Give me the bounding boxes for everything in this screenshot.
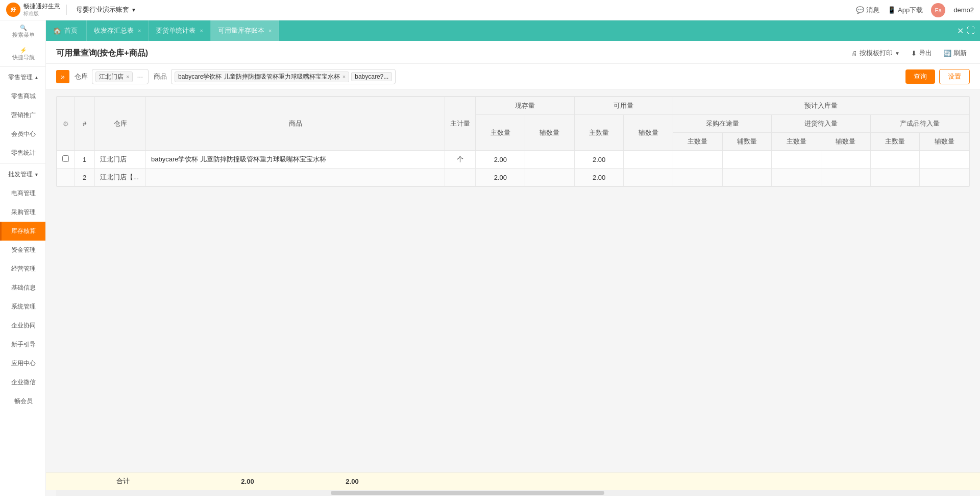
sidebar-item-quick-nav[interactable]: ⚡ 快捷导航 (0, 43, 45, 65)
tab-receipts-label: 收发存汇总表 (94, 26, 134, 35)
th-no: # (75, 97, 95, 151)
sidebar-label-basics: 基础信息 (11, 284, 36, 291)
filter-toggle-button[interactable]: » (56, 70, 69, 83)
table-row: 1 江北门店 babycare学饮杯 儿童防摔防撞吸管杯重力球吸嘴杯宝宝水杯 个… (57, 151, 969, 169)
logo-area: 好 畅捷通好生意 标准版 (6, 3, 60, 17)
sidebar-label-wholesale: 批发管理 (8, 170, 33, 179)
sidebar-item-basics[interactable]: 基础信息 (0, 278, 45, 297)
th-current-aux: 辅数量 (525, 115, 575, 151)
header-actions: 🖨 按模板打印 ▼ ⬇ 导出 🔄 刷新 (848, 47, 970, 59)
row1-warehouse: 江北门店 (95, 151, 146, 169)
sidebar-item-vip[interactable]: 畅会员 (0, 392, 45, 411)
sidebar-item-wholesale[interactable]: 批发管理 ▼ (0, 165, 45, 184)
product-tag-container[interactable]: babycare学饮杯 儿童防摔防撞吸管杯重力球吸嘴杯宝宝水杯 × babyca… (171, 69, 396, 84)
main-content: 🏠 首页 收发存汇总表 × 要货单统计表 × 可用量库存账本 × ✕ ⛶ 可用量… (46, 20, 980, 496)
warehouse-filter: 仓库 江北门店 × ··· (75, 69, 149, 84)
product-tag-1: babycare学饮杯 儿童防摔防撞吸管杯重力球吸嘴杯宝宝水杯 × (175, 72, 349, 82)
sidebar-item-system[interactable]: 系统管理 (0, 297, 45, 316)
warehouse-tag-container[interactable]: 江北门店 × ··· (92, 69, 149, 84)
sidebar-item-new-guide[interactable]: 新手引导 (0, 335, 45, 354)
sidebar-item-search-menu[interactable]: 🔍 搜索菜单 (0, 20, 45, 43)
chevron-down-icon: ▼ (131, 7, 136, 13)
industry-select[interactable]: 母婴行业演示账套 ▼ (73, 4, 139, 15)
sidebar-item-operations[interactable]: 经营管理 (0, 259, 45, 278)
nav-icon: ⚡ (20, 47, 27, 53)
footer-label: 合计 (56, 477, 168, 486)
sidebar-label-purchase: 采购管理 (11, 208, 36, 216)
row2-current-main: 2.00 (476, 169, 525, 186)
warehouse-ellipsis[interactable]: ··· (135, 73, 145, 81)
row2-product (146, 169, 445, 186)
product-tag-2: babycare?... (351, 72, 392, 81)
sidebar-item-marketing[interactable]: 营销推广 (0, 106, 45, 125)
export-label: 导出 (919, 49, 932, 58)
tab-order-stat-label: 要货单统计表 (156, 26, 195, 35)
app-download-button[interactable]: 📱 App下载 (888, 6, 923, 15)
row2-available-main: 2.00 (574, 169, 624, 186)
th-settings[interactable]: ⚙ (57, 97, 75, 151)
sidebar-item-retail-stat[interactable]: 零售统计 (0, 144, 45, 162)
row1-checkbox[interactable] (62, 155, 69, 162)
sidebar-item-enterprise-wechat[interactable]: 企业微信 (0, 373, 45, 392)
th-production-main: 主数量 (870, 133, 920, 151)
table-row: 2 江北门店【... 2.00 2.00 (57, 169, 969, 186)
row2-select[interactable] (57, 169, 75, 186)
tab-available-stock-label: 可用量库存账本 (218, 26, 264, 35)
settings-button[interactable]: 设置 (939, 69, 970, 84)
sidebar-label-finance: 资金管理 (11, 246, 36, 253)
top-bar-divider (66, 5, 67, 15)
close-tab-order-stat[interactable]: × (200, 28, 203, 34)
export-icon: ⬇ (911, 50, 917, 57)
sidebar-item-inventory[interactable]: 库存核算 (0, 222, 45, 241)
sidebar-item-enterprise[interactable]: 企业协同 (0, 316, 45, 335)
remove-product-tag-1[interactable]: × (342, 74, 346, 80)
sidebar-item-retail-mgmt[interactable]: 零售管理 ▲ (0, 68, 45, 87)
refresh-icon: 🔄 (943, 50, 951, 57)
close-all-tabs-button[interactable]: ✕ (957, 26, 964, 36)
fullscreen-button[interactable]: ⛶ (967, 26, 975, 35)
tab-receipts[interactable]: 收发存汇总表 × (87, 20, 149, 41)
sidebar-item-finance[interactable]: 资金管理 (0, 241, 45, 259)
table-settings-icon[interactable]: ⚙ (63, 120, 69, 128)
refresh-button[interactable]: 🔄 刷新 (940, 47, 970, 59)
tab-bar-actions: ✕ ⛶ (952, 20, 980, 41)
print-icon: 🖨 (851, 50, 857, 57)
query-button[interactable]: 查询 (905, 69, 935, 84)
th-production-pending: 产成品待入量 (870, 115, 969, 133)
tab-order-stat[interactable]: 要货单统计表 × (149, 20, 210, 41)
tab-home[interactable]: 🏠 首页 (46, 20, 87, 41)
filter-area: » 仓库 江北门店 × ··· 商品 babycare学饮杯 儿童防摔防撞吸管杯… (46, 64, 980, 90)
horizontal-scrollbar[interactable] (56, 490, 970, 496)
sidebar-item-ecommerce[interactable]: 电商管理 (0, 184, 45, 203)
message-button[interactable]: 💬 消息 (856, 6, 879, 15)
th-production-aux: 辅数量 (920, 133, 969, 151)
scrollbar-thumb[interactable] (331, 491, 604, 495)
sidebar-item-member[interactable]: 会员中心 (0, 125, 45, 144)
sidebar-divider-1 (0, 66, 45, 67)
sidebar-divider-2 (0, 163, 45, 164)
logo-text-block: 畅捷通好生意 标准版 (23, 3, 60, 17)
row1-incoming-main (772, 151, 821, 169)
tab-bar: 🏠 首页 收发存汇总表 × 要货单统计表 × 可用量库存账本 × ✕ ⛶ (46, 20, 980, 41)
user-name[interactable]: demo2 (953, 6, 974, 14)
close-tab-available-stock[interactable]: × (268, 28, 272, 34)
close-tab-receipts[interactable]: × (138, 28, 141, 34)
template-print-button[interactable]: 🖨 按模板打印 ▼ (848, 47, 903, 59)
remove-warehouse-tag[interactable]: × (126, 74, 129, 80)
warehouse-tag-jiangbei: 江北门店 × (95, 72, 133, 82)
sidebar-label-operations: 经营管理 (11, 265, 36, 272)
logo-text: 畅捷通好生意 (23, 3, 60, 10)
export-button[interactable]: ⬇ 导出 (908, 47, 935, 59)
th-unit: 主计量 (445, 97, 476, 151)
logo-sub: 标准版 (23, 10, 60, 17)
row1-select[interactable] (57, 151, 75, 169)
th-purchase-transit: 采购在途量 (673, 115, 772, 133)
tab-available-stock[interactable]: 可用量库存账本 × (211, 20, 279, 41)
sidebar-item-app-center[interactable]: 应用中心 (0, 354, 45, 373)
sidebar-item-retail-store[interactable]: 零售商城 (0, 87, 45, 106)
avatar[interactable]: Ea (931, 3, 945, 17)
template-print-label: 按模板打印 (860, 49, 893, 58)
sidebar-item-purchase[interactable]: 采购管理 (0, 203, 45, 222)
product-tag-2-value: babycare?... (355, 73, 388, 80)
page-header: 可用量查询(按仓库+商品) 🖨 按模板打印 ▼ ⬇ 导出 🔄 刷新 (46, 41, 980, 64)
